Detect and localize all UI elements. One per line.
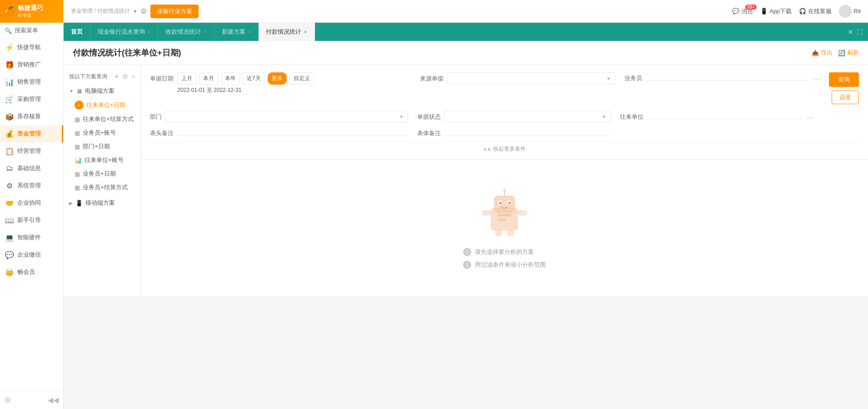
tab-cash-flow[interactable]: 现金银行流水查询 × bbox=[90, 23, 158, 41]
sidebar-item-wechat[interactable]: 💬 企业微信 bbox=[0, 246, 63, 263]
sidebar-nav: ⚡ 快捷导航 🎁 营销推广 📊 销售管理 🛒 采购管理 📦 库存核算 💰 资金管… bbox=[0, 39, 63, 391]
collapse-panel-icon[interactable]: « bbox=[132, 73, 135, 80]
filter-settings-btn[interactable]: 设置 bbox=[832, 91, 859, 104]
sidebar-label-member: 畅会员 bbox=[17, 268, 35, 276]
topbar-settings-icon[interactable]: ⚙ bbox=[140, 7, 147, 15]
svg-rect-1 bbox=[494, 196, 515, 213]
add-schema-icon[interactable]: + bbox=[115, 72, 119, 81]
refresh-btn[interactable]: 🔄 刷新 bbox=[838, 49, 859, 57]
mobile-group-header[interactable]: ▶ 📱 移动端方案 bbox=[64, 196, 140, 210]
trial-industry-btn[interactable]: 体验行业方案 bbox=[150, 5, 199, 18]
tab-close-all-icon[interactable]: ✕ bbox=[848, 29, 853, 35]
sidebar-item-inventory[interactable]: 📦 库存核算 bbox=[0, 108, 63, 125]
schema-chart-icon: 📊 bbox=[75, 157, 82, 164]
desktop-group-header[interactable]: ▼ 🖥 电脑端方案 bbox=[64, 84, 140, 98]
user-avatar-btn[interactable]: Rit bbox=[839, 5, 861, 18]
schema-active-icon: ● bbox=[75, 101, 84, 110]
tab-home[interactable]: 首页 bbox=[64, 23, 90, 41]
expand-mobile-icon: ▶ bbox=[69, 201, 73, 206]
message-btn[interactable]: 💬 消息 99+ bbox=[732, 7, 753, 15]
dept-select[interactable]: ▾ bbox=[165, 111, 408, 123]
tab-home-label: 首页 bbox=[71, 28, 83, 36]
source-select[interactable]: ▾ bbox=[447, 72, 615, 85]
collapse-bar: ∧∧ 收起更多条件 bbox=[150, 142, 859, 156]
schema-grid-icon-2: ▦ bbox=[75, 130, 80, 136]
schema-item-staff-account[interactable]: ▦ 业务员+账号 bbox=[64, 126, 140, 140]
sidebar-item-coop[interactable]: 🤝 企业协同 bbox=[0, 194, 63, 212]
settings-footer-icon[interactable]: ⚙ bbox=[5, 396, 11, 404]
schema-label-staff-settle: 业务员+结算方式 bbox=[83, 183, 128, 192]
page-actions: 📤 导出 🔄 刷新 bbox=[812, 49, 859, 57]
sidebar-item-operation[interactable]: 📋 经营管理 bbox=[0, 142, 63, 160]
sidebar-item-finance[interactable]: 💰 资金管理 bbox=[0, 125, 63, 142]
body-note-input[interactable] bbox=[444, 131, 611, 136]
sidebar-item-member[interactable]: 👑 畅会员 bbox=[0, 263, 63, 281]
schema-item-dept-date[interactable]: ▦ 部门+日期 bbox=[64, 140, 140, 153]
sidebar-item-sales[interactable]: 📊 销售管理 bbox=[0, 73, 63, 91]
query-btn[interactable]: 查询 bbox=[829, 72, 859, 87]
header-note-input[interactable] bbox=[177, 131, 408, 136]
filter-staff-group: 业务员 ··· bbox=[624, 72, 820, 84]
sidebar: 🍊 畅捷通巧 标准版 🔍 搜索菜单 ⚡ 快捷导航 🎁 营销推广 📊 销售管理 🛒… bbox=[0, 0, 64, 409]
collapse-conditions-btn[interactable]: ∧∧ 收起更多条件 bbox=[483, 145, 526, 153]
date-last-month-btn[interactable]: 上月 bbox=[177, 72, 196, 85]
sidebar-item-basic[interactable]: 🗂 基础信息 bbox=[0, 160, 63, 177]
dept-arrow: ▾ bbox=[400, 113, 403, 120]
desktop-group-label: 电脑端方案 bbox=[85, 87, 115, 95]
schema-item-staff-date[interactable]: ▦ 业务员+日期 bbox=[64, 167, 140, 181]
partner-input[interactable] bbox=[647, 114, 803, 119]
tab-payment-stats[interactable]: 付款情况统计 × bbox=[259, 23, 314, 41]
tab-new-plan[interactable]: 新建方案 × bbox=[215, 23, 259, 41]
tab-collection-stats[interactable]: 收款情况统计 × bbox=[158, 23, 214, 41]
schema-item-unit-date[interactable]: ● 往来单位+日期 bbox=[64, 98, 140, 112]
tab-cash-flow-label: 现金银行流水查询 bbox=[98, 28, 145, 36]
date-7days-btn[interactable]: 近7天 bbox=[243, 72, 265, 85]
app-download-label: App下载 bbox=[769, 7, 792, 15]
app-name: 畅捷通巧 bbox=[18, 4, 43, 12]
main-area: 资金管理 / 付款情况统计 ▾ ⚙ 体验行业方案 💬 消息 99+ 📱 App下… bbox=[64, 0, 868, 409]
schema-grid-icon-4: ▦ bbox=[75, 171, 80, 177]
download-icon: 📱 bbox=[760, 8, 768, 15]
topbar: 资金管理 / 付款情况统计 ▾ ⚙ 体验行业方案 💬 消息 99+ 📱 App下… bbox=[64, 0, 868, 23]
app-download-btn[interactable]: 📱 App下载 bbox=[760, 7, 792, 15]
settings-schema-icon[interactable]: ⚙ bbox=[122, 73, 128, 80]
sidebar-item-purchase[interactable]: 🛒 采购管理 bbox=[0, 91, 63, 108]
export-btn[interactable]: 📤 导出 bbox=[812, 49, 833, 57]
partner-dots-icon[interactable]: ··· bbox=[807, 111, 813, 122]
sidebar-item-guide[interactable]: 📖 新手引导 bbox=[0, 212, 63, 229]
online-service-btn[interactable]: 🎧 在线客服 bbox=[799, 7, 832, 15]
sidebar-item-system[interactable]: ⚙ 系统管理 bbox=[0, 177, 63, 194]
staff-dots-icon[interactable]: ··· bbox=[813, 72, 820, 84]
tab-cash-flow-close[interactable]: × bbox=[148, 29, 150, 35]
collapse-desktop-icon: ▼ bbox=[69, 89, 74, 94]
tab-collection-stats-close[interactable]: × bbox=[204, 29, 206, 35]
schema-item-unit-account[interactable]: 📊 往来单位+账号 bbox=[64, 153, 140, 167]
tab-maximize-icon[interactable]: ⛶ bbox=[857, 29, 863, 35]
date-this-month-btn[interactable]: 本月 bbox=[199, 72, 218, 85]
empty-hint-2: 2 用过滤条件来缩小分析范围 bbox=[463, 261, 546, 269]
date-this-year-btn[interactable]: 本年 bbox=[221, 72, 240, 85]
right-main: 单据日期 上月 本月 本年 近7天 更多 自定义 20 bbox=[141, 65, 868, 296]
date-custom-btn[interactable]: 自定义 bbox=[289, 72, 314, 85]
sidebar-item-quick-nav[interactable]: ⚡ 快捷导航 bbox=[0, 39, 63, 56]
filter-header-note-group: 表头备注 bbox=[150, 129, 408, 137]
docstatus-select[interactable]: ▾ bbox=[444, 111, 611, 123]
collapse-sidebar-icon[interactable]: ◀◀ bbox=[48, 396, 59, 404]
filter-dept-group: 部门 ▾ bbox=[150, 111, 408, 123]
sidebar-item-hardware[interactable]: 💻 智能硬件 bbox=[0, 229, 63, 246]
svg-rect-8 bbox=[482, 210, 492, 216]
tab-new-plan-close[interactable]: × bbox=[248, 29, 251, 35]
search-menu[interactable]: 🔍 搜索菜单 bbox=[0, 23, 63, 39]
date-more-btn[interactable]: 更多 bbox=[268, 72, 287, 85]
schema-item-unit-settle[interactable]: ▦ 往来单位+结算方式 bbox=[64, 112, 140, 126]
basic-icon: 🗂 bbox=[5, 164, 14, 172]
svg-point-7 bbox=[503, 189, 506, 192]
filter-source-group: 来源单据 ▾ bbox=[420, 72, 615, 85]
sidebar-item-marketing[interactable]: 🎁 营销推广 bbox=[0, 56, 63, 73]
tab-payment-stats-close[interactable]: × bbox=[304, 29, 307, 35]
staff-input[interactable] bbox=[646, 76, 809, 81]
panel-icons: + ⚙ « bbox=[115, 72, 135, 81]
topbar-dropdown-icon[interactable]: ▾ bbox=[134, 8, 137, 15]
message-badge: 99+ bbox=[745, 5, 757, 10]
schema-item-staff-settle[interactable]: ▦ 业务员+结算方式 bbox=[64, 181, 140, 194]
